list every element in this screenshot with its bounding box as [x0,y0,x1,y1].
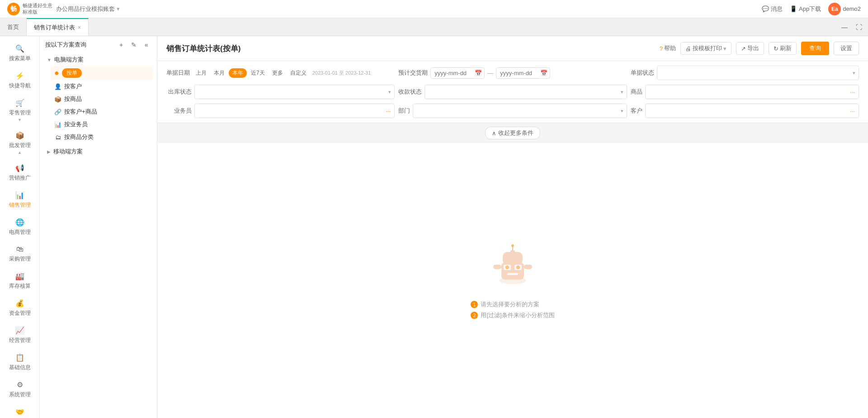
tip2-number: 2 [471,312,478,319]
finance-icon: 💰 [15,299,24,308]
tree-item-by-category[interactable]: 🗂 按商品分类 [51,131,153,143]
sidebar-item-purchase[interactable]: 🛍 采购管理 [0,241,39,267]
page-actions: ? 帮助 🖨 按模板打印 ▾ ↗ 导出 ↻ [660,42,859,55]
active-scheme-tag: 按单 [62,68,82,78]
page-header: 销售订单统计表(按单) ? 帮助 🖨 按模板打印 ▾ ↗ [157,36,868,61]
salesperson-input[interactable]: ··· [194,104,395,118]
filter-cell-status: 单据状态 ▾ [631,66,859,80]
tree-item-by-customer-goods[interactable]: 🔗 按客户+商品 [51,105,153,118]
sidebar-item-sales[interactable]: 📊 销售管理 [0,186,39,214]
category-icon: 🗂 [54,133,61,141]
download-icon: 📱 [790,5,797,12]
date-7days-btn[interactable]: 近7天 [248,68,268,78]
filter-cell-customer: 客户 ··· [631,104,859,118]
sidebar-item-wholesale[interactable]: 📦 批发管理 ▲ [0,127,39,159]
tree-section-pc[interactable]: ▼ 电脑端方案 [43,53,153,66]
refresh-btn[interactable]: ↻ 刷新 [769,42,797,55]
svg-rect-8 [510,250,515,254]
svg-rect-7 [503,252,523,265]
tree-item-by-order[interactable]: ● 按单 [51,66,153,80]
date-prev-month-btn[interactable]: 上月 [193,68,210,78]
query-button[interactable]: 查询 [801,42,829,55]
salesperson-ellipsis-icon[interactable]: ··· [386,108,391,114]
tab-minimize-icon[interactable]: — [839,22,850,33]
logo-icon: 畅 [7,3,20,15]
date-more-btn[interactable]: 更多 [269,68,286,78]
tree-section-mobile[interactable]: ▶ 移动端方案 [43,145,153,158]
delivery-select[interactable] [194,85,395,99]
settings-button[interactable]: 设置 [834,42,859,55]
sidebar-item-shortcut[interactable]: ⚡ 快捷导航 [0,67,39,94]
expected-date-from-input[interactable] [430,67,485,79]
date-this-month-btn[interactable]: 本月 [211,68,228,78]
tab-home[interactable]: 首页 [0,18,27,36]
status-select[interactable] [657,66,859,80]
filter-cell-expected-date: 预计交货期 📅 — 📅 [398,67,627,79]
add-scheme-btn[interactable]: + [116,40,126,50]
date-range-separator: — [487,70,493,76]
customer-input[interactable]: ··· [645,104,859,118]
expected-date-to[interactable]: 📅 [496,67,550,79]
shortcut-icon: ⚡ [15,71,24,80]
salesperson-icon: 📊 [54,121,61,128]
page-title: 销售订单统计表(按单) [166,43,241,54]
svg-point-5 [516,266,520,269]
sidebar-item-marketing[interactable]: 📢 营销推广 [0,159,39,186]
help-btn[interactable]: ? 帮助 [660,44,676,52]
sidebar-item-operations[interactable]: 📈 经营管理 [0,322,39,349]
user-menu[interactable]: Ea demo2 [828,3,861,15]
inventory-icon: 🏭 [15,272,24,280]
export-btn[interactable]: ↗ 导出 [736,42,764,55]
dept-select-wrap: ▾ [413,104,627,118]
tab-close-icon[interactable]: × [78,24,81,31]
collapse-panel-btn[interactable]: « [142,40,151,50]
salesperson-label: 业务员 [166,107,192,115]
right-main: 销售订单统计表(按单) ? 帮助 🖨 按模板打印 ▾ ↗ [157,36,868,418]
collapse-conditions-btn[interactable]: ∧ 收起更多条件 [485,127,540,139]
customer-ellipsis-icon[interactable]: ··· [850,108,855,114]
app-download-btn[interactable]: 📱 App下载 [790,5,821,13]
content-area: 按以下方案查询 + ✎ « ▼ 电脑端方案 [40,36,868,418]
dept-select[interactable] [413,104,627,118]
breadcrumb: 办公用品行业模拟账套 ▾ [56,5,120,13]
tree-item-by-customer[interactable]: 👤 按客户 [51,80,153,93]
sidebar-item-inventory[interactable]: 🏭 库存核算 [0,267,39,294]
receipt-select[interactable] [425,85,627,99]
export-icon: ↗ [741,45,746,52]
tree-item-by-goods[interactable]: 📦 按商品 [51,93,153,105]
chevron-down-icon[interactable]: ▾ [117,5,120,12]
goods-input[interactable]: ··· [645,85,859,99]
sidebar-item-retail[interactable]: 🛒 零售管理 ▼ [0,94,39,127]
print-btn[interactable]: 🖨 按模板打印 ▾ [680,42,731,55]
wholesale-icon: 📦 [15,131,24,140]
sidebar-item-finance[interactable]: 💰 资金管理 [0,294,39,322]
svg-point-4 [505,266,509,269]
tabbar-right: — ⛶ [839,22,868,33]
tree-item-by-salesperson[interactable]: 📊 按业务员 [51,118,153,131]
sidebar-item-system[interactable]: ⚙ 系统管理 [0,376,39,403]
expected-date-to-input[interactable] [496,67,550,79]
refresh-icon: ↻ [774,45,778,52]
date-custom-btn[interactable]: 自定义 [287,68,310,78]
date-label: 单据日期 [166,69,190,77]
edit-icon: ✎ [131,41,137,48]
expected-date-from[interactable]: 📅 [430,67,485,79]
tab-maximize-icon[interactable]: ⛶ [854,22,864,33]
collapse-bar: ∧ 收起更多条件 [157,123,868,143]
message-btn[interactable]: 💬 消息 [762,5,783,13]
tip1-number: 1 [471,301,478,308]
sidebar-item-enterprise[interactable]: 🤝 企业协同 [0,403,39,418]
tab-sales-order-stats[interactable]: 销售订单统计表 × [27,18,89,36]
date-quick-btns: 上月 本月 本年 近7天 更多 自定义 [193,68,310,78]
filter-cell-date: 单据日期 上月 本月 本年 近7天 更多 自定义 2023-01-01 至 20… [166,68,395,78]
main-layout: 🔍 搜索菜单 ⚡ 快捷导航 🛒 零售管理 ▼ 📦 批发管理 ▲ 📢 营销推广 📊… [0,36,868,418]
sidebar-item-base[interactable]: 📋 基础信息 [0,349,39,376]
sidebar-item-search[interactable]: 🔍 搜索菜单 [0,40,39,67]
logo-area: 畅 畅捷通好生意 标准版 [7,3,52,15]
tree-section-mobile-label: 移动端方案 [53,147,83,156]
tree-mobile-expand-icon: ▶ [47,149,51,154]
sidebar-item-ecommerce[interactable]: 🌐 电商管理 [0,214,39,241]
edit-scheme-btn[interactable]: ✎ [129,40,139,50]
goods-ellipsis-icon[interactable]: ··· [850,89,855,95]
date-this-year-btn[interactable]: 本年 [229,68,247,78]
